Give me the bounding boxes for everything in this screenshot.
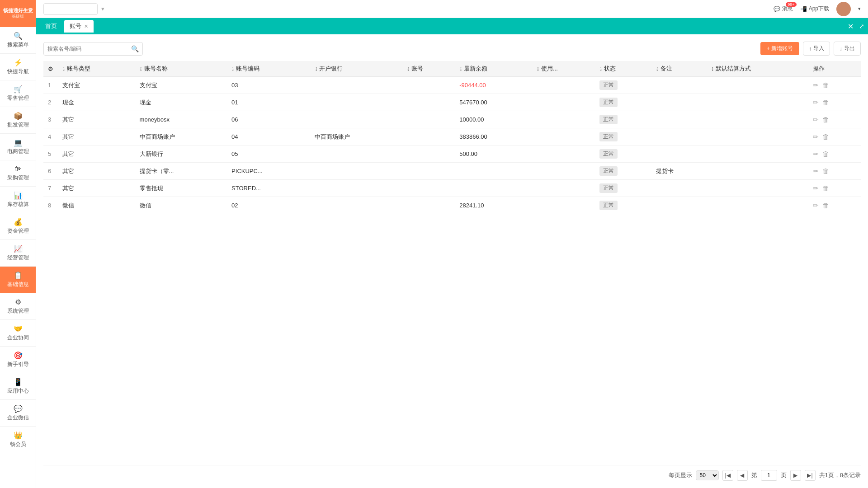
delete-icon[interactable]: 🗑 — [822, 133, 829, 141]
sidebar-item-wholesale[interactable]: 📦 批发管理 — [0, 107, 36, 134]
search-icon[interactable]: 🔍 — [131, 45, 139, 52]
row-bank — [310, 145, 402, 163]
tabbar: 首页 账号 ✕ ✕ ⤢ — [36, 18, 868, 34]
tab-home[interactable]: 首页 — [40, 20, 62, 33]
sidebar-item-basic-info[interactable]: 📋 基础信息 — [0, 267, 36, 293]
topbar: ▾ 💬 消息 99+ 📲 App下载 ▾ — [36, 0, 868, 18]
delete-icon[interactable]: 🗑 — [822, 81, 829, 89]
row-num: 3 — [43, 111, 58, 128]
sidebar-item-guide[interactable]: 🎯 新手引导 — [0, 347, 36, 373]
row-num: 4 — [43, 128, 58, 145]
lightning-icon: ⚡ — [14, 58, 23, 67]
row-remark — [651, 77, 707, 94]
row-usage — [532, 128, 595, 145]
sidebar-item-quicknav[interactable]: ⚡ 快捷导航 — [0, 54, 36, 80]
col-balance[interactable]: ↕ 最新余额 — [455, 61, 532, 77]
topbar-dropdown-icon[interactable]: ▾ — [101, 5, 104, 12]
row-remark — [651, 128, 707, 145]
col-code[interactable]: ↕ 账号编码 — [227, 61, 310, 77]
row-name: 支付宝 — [135, 77, 227, 94]
delete-icon[interactable]: 🗑 — [822, 116, 829, 124]
page-end-label: 页 — [781, 471, 787, 479]
prev-page-button[interactable]: ◀ — [737, 470, 748, 481]
col-type[interactable]: ↕ 账号类型 — [58, 61, 135, 77]
import-button[interactable]: ↑ 导入 — [803, 42, 830, 56]
row-name: 大新银行 — [135, 145, 227, 163]
edit-icon[interactable]: ✏ — [813, 99, 819, 107]
tab-close-icon[interactable]: ✕ — [84, 23, 88, 29]
tabbar-expand-button[interactable]: ⤢ — [859, 23, 864, 30]
row-num: 7 — [43, 180, 58, 197]
mobile-icon: 📱 — [14, 378, 23, 386]
col-bank[interactable]: ↕ 开户银行 — [310, 61, 402, 77]
message-badge: 99+ — [786, 2, 796, 7]
sidebar-item-label: 企业协同 — [7, 334, 29, 342]
pagination: 每页显示 50 100 200 |◀ ◀ 第 页 ▶ ▶| 共1页，8条记录 — [43, 465, 861, 481]
edit-icon[interactable]: ✏ — [813, 150, 819, 158]
page-number-input[interactable] — [761, 470, 777, 481]
message-button[interactable]: 💬 消息 99+ — [774, 5, 793, 13]
col-name[interactable]: ↕ 账号名称 — [135, 61, 227, 77]
delete-icon[interactable]: 🗑 — [822, 184, 829, 192]
first-page-button[interactable]: |◀ — [722, 470, 733, 481]
edit-icon[interactable]: ✏ — [813, 167, 819, 175]
sidebar-item-label: 批发管理 — [7, 121, 29, 129]
col-status[interactable]: ↕ 状态 — [595, 61, 651, 77]
edit-icon[interactable]: ✏ — [813, 133, 819, 141]
sidebar-item-app-center[interactable]: 📱 应用中心 — [0, 373, 36, 400]
search-input[interactable] — [47, 46, 131, 52]
edit-icon[interactable]: ✏ — [813, 116, 819, 124]
sidebar-item-wechat-work[interactable]: 💬 企业微信 — [0, 400, 36, 427]
row-name: 零售抵现 — [135, 180, 227, 197]
row-account — [402, 145, 455, 163]
table-row: 5 其它 大新银行 05 500.00 正常 ✏ 🗑 — [43, 145, 861, 163]
next-page-button[interactable]: ▶ — [790, 470, 801, 481]
add-account-button[interactable]: + 新增账号 — [760, 42, 799, 55]
col-usage[interactable]: ↕ 使用... — [532, 61, 595, 77]
app-download-button[interactable]: 📲 App下载 — [800, 5, 829, 13]
topbar-search-input[interactable] — [43, 3, 98, 15]
col-account[interactable]: ↕ 账号 — [402, 61, 455, 77]
delete-icon[interactable]: 🗑 — [822, 167, 829, 175]
export-button[interactable]: ↓ 导出 — [834, 42, 861, 56]
page-size-select[interactable]: 50 100 200 — [696, 470, 719, 480]
row-code: STORED... — [227, 180, 310, 197]
sidebar-item-operations[interactable]: 📈 经营管理 — [0, 240, 36, 267]
col-settings[interactable]: ⚙ — [43, 61, 58, 77]
edit-icon[interactable]: ✏ — [813, 81, 819, 89]
sidebar-item-inventory[interactable]: 📊 库存核算 — [0, 187, 36, 213]
tabbar-close-button[interactable]: ✕ — [848, 22, 854, 31]
sidebar-item-finance[interactable]: 💰 资金管理 — [0, 213, 36, 240]
sidebar-item-enterprise[interactable]: 🤝 企业协同 — [0, 320, 36, 347]
tab-account[interactable]: 账号 ✕ — [64, 20, 94, 33]
delete-icon[interactable]: 🗑 — [822, 99, 829, 107]
table-row: 8 微信 微信 02 28241.10 正常 ✏ 🗑 — [43, 197, 861, 214]
sidebar-item-member[interactable]: 👑 畅会员 — [0, 427, 36, 453]
row-name: 中百商场账户 — [135, 128, 227, 145]
user-avatar[interactable] — [836, 2, 851, 16]
chart-icon: 📊 — [14, 191, 23, 200]
sidebar-item-retail[interactable]: 🛒 零售管理 — [0, 80, 36, 107]
user-dropdown-icon[interactable]: ▾ — [858, 6, 861, 12]
col-remark[interactable]: ↕ 备注 — [651, 61, 707, 77]
sidebar-item-label: 应用中心 — [7, 387, 29, 395]
last-page-button[interactable]: ▶| — [805, 470, 816, 481]
sidebar-item-search[interactable]: 🔍 搜索菜单 — [0, 27, 36, 54]
sidebar-item-label: 资金管理 — [7, 227, 29, 235]
handshake-icon: 🤝 — [14, 324, 23, 333]
row-type: 其它 — [58, 128, 135, 145]
sidebar-item-system[interactable]: ⚙ 系统管理 — [0, 293, 36, 320]
sidebar-item-ecommerce[interactable]: 💻 电商管理 — [0, 134, 36, 160]
row-actions: ✏ 🗑 — [808, 94, 861, 111]
sidebar-item-purchase[interactable]: 🛍 采购管理 — [0, 160, 36, 187]
row-balance: 10000.00 — [455, 111, 532, 128]
delete-icon[interactable]: 🗑 — [822, 202, 829, 210]
edit-icon[interactable]: ✏ — [813, 184, 819, 192]
sidebar-item-label: 库存核算 — [7, 201, 29, 208]
edit-icon[interactable]: ✏ — [813, 202, 819, 210]
topbar-right: 💬 消息 99+ 📲 App下载 ▾ — [774, 2, 861, 16]
box-icon: 📦 — [14, 112, 23, 120]
delete-icon[interactable]: 🗑 — [822, 150, 829, 158]
row-balance: 500.00 — [455, 145, 532, 163]
col-default-payment[interactable]: ↕ 默认结算方式 — [707, 61, 808, 77]
